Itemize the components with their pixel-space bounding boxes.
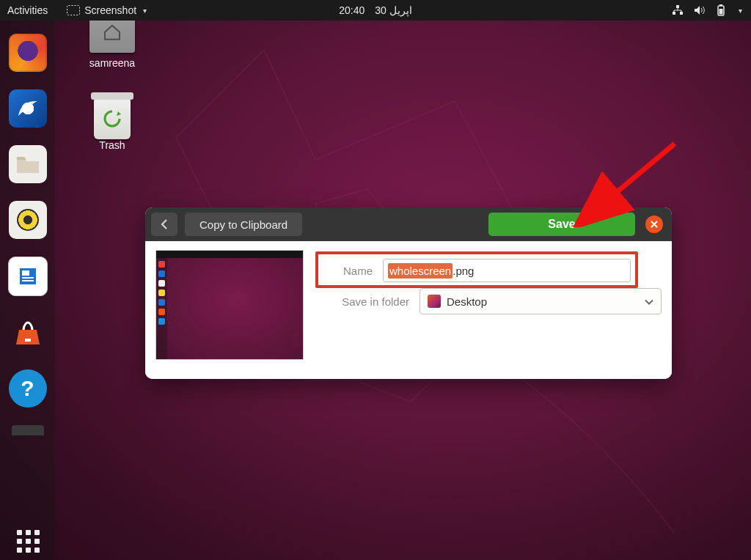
apps-grid-icon: [15, 528, 40, 553]
svg-rect-6: [719, 9, 723, 15]
clock-area[interactable]: 20:40 اپریل 30: [339, 4, 412, 16]
save-label: Save: [548, 218, 575, 231]
dock-help[interactable]: ?: [9, 369, 47, 408]
svg-rect-3: [680, 12, 683, 15]
name-label: Name: [323, 265, 383, 277]
speaker-icon: [17, 209, 39, 231]
filename-rest-part: .png: [453, 265, 474, 277]
dock: ?: [0, 21, 55, 560]
screenshot-preview: [155, 250, 304, 360]
activities-button[interactable]: Activities: [7, 4, 48, 16]
writer-icon: [15, 264, 40, 289]
copy-to-clipboard-button[interactable]: Copy to Clipboard: [185, 213, 302, 236]
dialog-body: Name wholescreen.png Save in folder Desk…: [145, 241, 672, 379]
chevron-down-icon: [645, 295, 653, 308]
svg-rect-0: [67, 6, 80, 15]
svg-rect-8: [22, 270, 29, 276]
svg-rect-10: [22, 280, 34, 281]
dock-extra-item[interactable]: [12, 425, 44, 435]
copy-label: Copy to Clipboard: [199, 218, 287, 231]
screenshot-save-dialog: Copy to Clipboard Save Name: [145, 207, 672, 379]
desktop-icon-label: samreena: [89, 57, 135, 69]
files-icon: [15, 154, 40, 174]
desktop-folder-samreena[interactable]: samreena: [77, 13, 147, 69]
recycle-icon: [102, 108, 122, 129]
show-applications-button[interactable]: [9, 522, 47, 560]
battery-icon[interactable]: [716, 4, 726, 17]
software-icon: [10, 315, 45, 350]
svg-rect-11: [25, 339, 31, 342]
folder-swatch-icon: [428, 295, 441, 308]
close-icon: [650, 220, 659, 229]
volume-icon[interactable]: [694, 5, 706, 15]
desktop-trash[interactable]: Trash: [77, 97, 147, 151]
filename-selected-part: wholescreen: [388, 263, 453, 279]
folder-select[interactable]: Desktop: [420, 288, 662, 314]
folder-value: Desktop: [447, 295, 487, 308]
dock-firefox[interactable]: [9, 34, 47, 72]
app-menu[interactable]: Screenshot ▾: [67, 4, 147, 16]
dock-thunderbird[interactable]: [9, 89, 47, 128]
desktop-icon-label: Trash: [99, 139, 125, 151]
chevron-down-icon: ▾: [141, 7, 147, 15]
dock-libreoffice-writer[interactable]: [8, 257, 48, 296]
dialog-header: Copy to Clipboard Save: [145, 207, 672, 241]
desktop-icons: samreena Trash: [77, 13, 147, 151]
svg-rect-1: [676, 5, 679, 8]
system-menu-chevron-icon[interactable]: ▾: [736, 7, 742, 15]
folder-label: Save in folder: [315, 295, 420, 308]
svg-rect-9: [22, 277, 34, 279]
dock-rhythmbox[interactable]: [9, 201, 47, 239]
home-icon: [103, 23, 122, 41]
name-row-highlight: Name wholescreen.png: [315, 251, 638, 288]
close-button[interactable]: [645, 215, 663, 233]
svg-rect-5: [719, 4, 722, 6]
filename-input[interactable]: wholescreen.png: [383, 259, 631, 282]
chevron-left-icon: [160, 219, 169, 229]
network-icon[interactable]: [672, 5, 684, 15]
back-button[interactable]: [151, 213, 177, 236]
save-button[interactable]: Save: [488, 213, 635, 236]
app-menu-label: Screenshot: [84, 4, 136, 16]
help-icon: ?: [21, 376, 34, 401]
top-bar: Activities Screenshot ▾ 20:40 اپریل 30: [0, 0, 751, 21]
dock-software[interactable]: [9, 314, 47, 352]
screenshot-app-icon: [67, 5, 80, 15]
dock-files[interactable]: [9, 145, 47, 183]
clock-time: 20:40: [339, 4, 364, 16]
thunderbird-icon: [17, 99, 39, 118]
svg-rect-2: [673, 12, 675, 15]
clock-date: اپریل 30: [375, 4, 411, 16]
